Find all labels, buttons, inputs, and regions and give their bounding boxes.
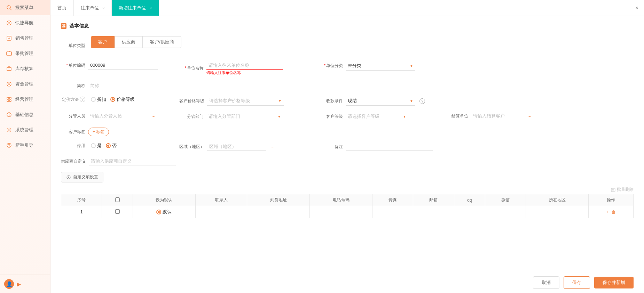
payment-terms-field: 收款条件 现结 ▼ ? <box>319 96 444 106</box>
sidebar-item-guide[interactable]: 新手引导 <box>0 138 50 153</box>
unit-name-label: *单位名称 <box>179 65 204 71</box>
customer-price-level-select[interactable]: 请选择客户价格等级 ▼ <box>207 96 284 106</box>
sidebar-item-search[interactable]: 搜索菜单 <box>0 0 50 15</box>
manager-input[interactable] <box>88 112 147 120</box>
sidebar-item-system[interactable]: 系统管理 <box>0 122 50 138</box>
cell-fax <box>372 206 413 218</box>
payment-terms-help[interactable]: ? <box>419 98 425 104</box>
customer-level-select[interactable]: 请选择客户等级 ▼ <box>346 112 408 121</box>
payment-terms-arrow: ▼ <box>410 99 413 103</box>
sidebar-item-search-label: 搜索菜单 <box>15 5 33 11</box>
select-all-checkbox[interactable] <box>115 197 120 202</box>
default-label: 默认 <box>163 209 172 215</box>
sidebar-item-sales[interactable]: 销售管理 <box>0 31 50 46</box>
pricing-radio-level[interactable]: 价格等级 <box>110 96 135 103</box>
sidebar-item-inventory[interactable]: 库存核算 <box>0 61 50 76</box>
tab-new-partner-label: 新增往来单位 <box>119 5 146 11</box>
settlement-unit-field: 结算单位 ··· <box>444 112 562 120</box>
save-button[interactable]: 保存 <box>564 276 590 289</box>
radio-circle-discount <box>91 97 96 102</box>
type-btn-both[interactable]: 客户/供应商 <box>143 36 181 48</box>
pricing-radio-discount[interactable]: 折扣 <box>91 96 106 103</box>
cell-contact <box>195 206 247 218</box>
col-seq: 序号 <box>61 194 102 206</box>
tab-home[interactable]: 首页 <box>50 0 74 16</box>
unit-type-row: 单位类型 客户 供应商 客户/供应商 <box>61 36 634 55</box>
region-input[interactable] <box>207 143 266 151</box>
sidebar-item-nav[interactable]: 快捷导航 <box>0 15 50 31</box>
manager-ellipsis[interactable]: ··· <box>150 113 157 119</box>
remark-input[interactable] <box>346 143 433 151</box>
cell-qq <box>454 206 485 218</box>
table-header-row: 序号 设为默认 联系人 到货地址 电话号码 传真 邮箱 qq 微信 所在地区 操… <box>61 194 634 206</box>
row-manager: 分管人员 ··· 分管部门 请输入分管部门 ▼ 客户等级 请选择客户等级 ▼ 结… <box>61 112 634 121</box>
svg-rect-11 <box>9 97 11 99</box>
sidebar-item-inventory-label: 库存核算 <box>15 66 33 72</box>
tab-partners[interactable]: 往来单位 × <box>74 0 112 16</box>
remark-field: 备注 <box>319 143 458 151</box>
cell-checkbox <box>102 206 133 218</box>
region-label: 区域（地区） <box>179 144 204 150</box>
custom-settings-button[interactable]: 自定义项设置 <box>61 172 103 182</box>
cancel-button[interactable]: 取消 <box>533 276 559 289</box>
unit-category-select[interactable]: 未分类 ▼ <box>346 61 415 71</box>
sidebar-item-info[interactable]: 基础信息 <box>0 107 50 122</box>
default-radio[interactable]: 默认 <box>136 209 192 215</box>
customer-level-arrow: ▼ <box>403 115 406 119</box>
delete-row-icon[interactable]: 🗑 <box>612 210 616 214</box>
disabled-radio-yes[interactable]: 是 <box>91 143 102 149</box>
tab-partners-close[interactable]: × <box>102 6 104 10</box>
sidebar-item-manage[interactable]: 经营管理 <box>0 92 50 107</box>
sidebar-item-nav-label: 快捷导航 <box>15 20 33 26</box>
search-icon <box>6 4 13 11</box>
alias-input[interactable] <box>88 82 158 90</box>
tab-new-partner-close[interactable]: × <box>149 6 151 10</box>
pricing-help-icon[interactable]: ? <box>80 97 85 102</box>
info-icon <box>6 111 13 118</box>
supplier-custom-input[interactable] <box>89 157 176 165</box>
batch-delete-label[interactable]: 批量删除 <box>617 187 634 193</box>
department-select[interactable]: 请输入分管部门 ▼ <box>206 112 283 121</box>
settings-icon <box>66 175 71 180</box>
svg-rect-10 <box>7 97 9 99</box>
row-tag: 客户标签 + 标签 <box>61 128 634 136</box>
add-row-icon[interactable]: + <box>606 210 608 214</box>
tab-new-partner[interactable]: 新增往来单位 × <box>112 0 159 16</box>
alias-label: 简称 <box>61 83 85 89</box>
cell-region <box>526 206 589 218</box>
settlement-unit-label: 结算单位 <box>444 113 468 119</box>
tab-bar-close-btn[interactable]: × <box>630 5 644 11</box>
department-placeholder: 请输入分管部门 <box>209 113 240 120</box>
unit-name-input-group: 请输入往来单位名称 <box>206 61 319 75</box>
cell-wechat <box>485 206 526 218</box>
col-email: 邮箱 <box>413 194 454 206</box>
unit-code-field: *单位编码 <box>61 61 179 70</box>
cell-seq: 1 <box>61 206 102 218</box>
radio-dot-level <box>112 98 114 100</box>
disabled-radio-no[interactable]: 否 <box>106 143 117 149</box>
settlement-unit-input[interactable] <box>471 112 523 120</box>
svg-point-16 <box>9 113 9 114</box>
pricing-method-label: 定价方法 ? <box>61 97 85 103</box>
row-checkbox[interactable] <box>115 209 120 214</box>
customer-tag-label: 客户标签 <box>61 129 85 135</box>
type-btn-supplier[interactable]: 供应商 <box>115 36 143 48</box>
nav-icon <box>6 19 13 26</box>
sidebar-item-finance[interactable]: 资金管理 <box>0 76 50 92</box>
settlement-unit-ellipsis[interactable]: ··· <box>526 113 533 119</box>
customer-price-level-placeholder: 请选择客户价格等级 <box>209 98 250 104</box>
add-tag-button[interactable]: + 标签 <box>88 128 109 136</box>
unit-name-input[interactable] <box>206 61 283 70</box>
sidebar-item-finance-label: 资金管理 <box>15 81 33 87</box>
region-ellipsis[interactable]: ··· <box>269 144 276 149</box>
svg-rect-7 <box>7 52 11 55</box>
payment-terms-select[interactable]: 现结 ▼ <box>346 96 415 106</box>
bottom-bar: 取消 保存 保存并新增 <box>50 272 644 293</box>
sidebar-item-sales-label: 销售管理 <box>15 35 33 41</box>
region-field: 区域（地区） ··· <box>179 143 319 151</box>
sidebar-item-purchase[interactable]: 采购管理 <box>0 46 50 61</box>
save-new-button[interactable]: 保存并新增 <box>594 277 634 288</box>
type-btn-customer[interactable]: 客户 <box>91 36 115 48</box>
unit-code-input[interactable] <box>88 61 158 70</box>
finance-icon <box>6 81 13 88</box>
